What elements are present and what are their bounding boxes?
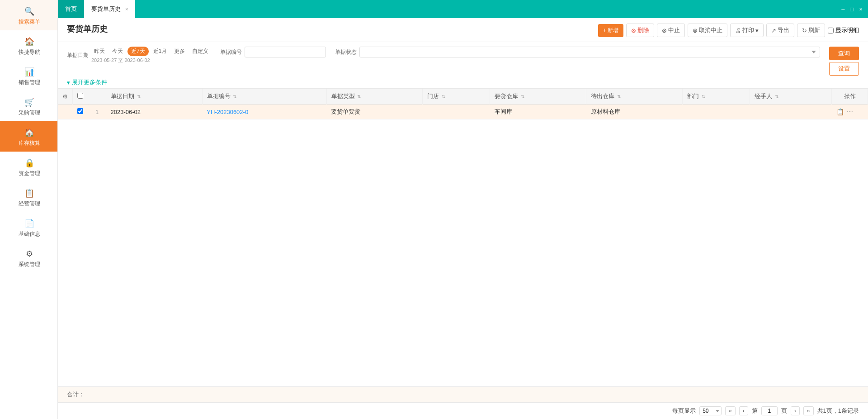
tab-home[interactable]: 首页 [58,0,84,18]
header-actions: + 新增 ⊗ 删除 ⊗ 中止 ⊗ 取消中止 🖨 打印 [598,24,859,42]
basic-info-icon: 📄 [24,219,34,229]
page-size-select[interactable]: 50 100 200 [699,406,722,415]
sort-doc-no-icon[interactable]: ⇅ [233,94,236,99]
print-dropdown-icon: ▾ [755,27,759,34]
date-btn-custom[interactable]: 自定义 [189,47,211,56]
date-btn-yesterday[interactable]: 昨天 [91,47,108,56]
date-btn-today[interactable]: 今天 [109,47,126,56]
row-pending-warehouse: 原材料仓库 [586,105,683,119]
row-checkbox[interactable] [77,108,83,114]
cancel-suspend-icon: ⊗ [693,27,698,34]
table-num-col [88,89,106,105]
sort-req-warehouse-icon[interactable]: ⇅ [521,94,524,99]
prev-page-button[interactable]: ‹ [739,406,748,415]
row-store [423,105,490,119]
cancel-suspend-button[interactable]: ⊗ 取消中止 [688,24,727,37]
minimize-button[interactable]: – [841,6,844,13]
sidebar-item-inventory[interactable]: 🏠 库存核算 [0,121,57,152]
export-button[interactable]: ↗ 导出 [766,24,794,37]
query-button[interactable]: 查询 [829,47,859,60]
sidebar-item-operations[interactable]: 📋 经营管理 [0,182,57,212]
maximize-button[interactable]: □ [850,6,854,13]
system-icon: ⚙ [26,249,33,259]
close-button[interactable]: × [859,6,863,13]
sidebar: 🔍 搜索菜单 🏠 快捷导航 📊 销售管理 🛒 采购管理 🏠 库存核算 🔒 资金管… [0,0,58,419]
page-unit: 页 [781,407,787,415]
export-icon: ↗ [771,27,776,34]
page-number-input[interactable] [761,406,778,415]
filter-status-select[interactable] [359,47,820,57]
search-menu-icon: 🔍 [24,6,34,16]
sort-store-icon[interactable]: ⇅ [442,94,445,99]
col-actions: 操作 [832,89,868,105]
col-store: 门店 ⇅ [423,89,490,105]
filter-status-label: 单据状态 [335,48,357,56]
sidebar-item-search-menu[interactable]: 🔍 搜索菜单 [0,0,57,30]
table-settings-col[interactable]: ⚙ [58,89,73,105]
first-page-button[interactable]: « [725,406,736,415]
sidebar-item-system[interactable]: ⚙ 系统管理 [0,243,57,273]
display-detail-checkbox[interactable] [828,28,834,33]
inventory-icon: 🏠 [24,128,34,138]
expand-more-button[interactable]: ▾ 展开更多条件 [67,78,859,86]
suspend-button[interactable]: ⊗ 中止 [657,24,685,37]
quick-nav-icon: 🏠 [24,37,34,47]
delete-button[interactable]: ⊗ 删除 [626,24,654,37]
data-table: ⚙ 单据日期 ⇅ 单据编号 ⇅ [58,89,868,119]
setting-button[interactable]: 设置 [829,62,859,76]
sidebar-item-purchase[interactable]: 🛒 采购管理 [0,91,57,121]
col-department: 部门 ⇅ [683,89,750,105]
next-page-button[interactable]: › [791,406,800,415]
sidebar-item-label: 经营管理 [19,200,40,208]
refresh-button[interactable]: ↻ 刷新 [797,24,825,37]
pagination-summary: 共1页，1条记录 [817,407,859,415]
sort-department-icon[interactable]: ⇅ [702,94,705,99]
last-page-button[interactable]: » [803,406,814,415]
page-title: 要货单历史 [67,24,108,34]
sort-doc-date-icon[interactable]: ⇅ [137,94,141,99]
filter-docno-label: 单据编号 [220,48,242,56]
page-header: 要货单历史 + 新增 ⊗ 删除 ⊗ 中止 ⊗ 取消中止 [58,18,868,42]
display-detail-toggle[interactable]: 显示明细 [828,26,859,34]
main-area: 首页 要货单历史 × – □ × 要货单历史 + 新增 ⊗ 删除 [58,0,868,419]
page-header-row: 要货单历史 + 新增 ⊗ 删除 ⊗ 中止 ⊗ 取消中止 [67,24,859,42]
sidebar-item-label: 快捷导航 [19,48,40,56]
filter-section: 单据日期 昨天 今天 近7天 近1月 更多 自定义 2023-05-27 至 2… [58,42,868,89]
finance-icon: 🔒 [24,158,34,168]
page-size-label: 每页显示 [672,407,696,415]
sort-handler-icon[interactable]: ⇅ [775,94,778,99]
sort-pending-warehouse-icon[interactable]: ⇅ [617,94,621,99]
filter-status-wrap [359,47,820,57]
select-all-checkbox[interactable] [77,93,83,99]
doc-no-link[interactable]: YH-20230602-0 [207,109,248,115]
row-doc-type: 要货单要货 [326,105,423,119]
new-button[interactable]: + 新增 [598,24,623,37]
filter-main-row: 单据日期 昨天 今天 近7天 近1月 更多 自定义 2023-05-27 至 2… [67,47,859,76]
refresh-icon: ↻ [802,27,807,34]
sidebar-item-label: 搜索菜单 [19,18,40,26]
filter-query-btns: 查询 设置 [829,47,859,76]
filter-docno-input[interactable] [245,47,326,57]
row-settings [58,105,73,119]
date-btn-more[interactable]: 更多 [171,47,188,56]
row-edit-icon[interactable]: 📋 [836,108,844,115]
sort-doc-type-icon[interactable]: ⇅ [357,94,361,99]
col-pending-warehouse: 待出仓库 ⇅ [586,89,683,105]
table-footer: 合计： [58,386,868,402]
purchase-icon: 🛒 [24,97,34,107]
date-range-display: 2023-05-27 至 2023-06-02 [91,57,211,64]
table-container: ⚙ 单据日期 ⇅ 单据编号 ⇅ [58,89,868,386]
sidebar-item-sales[interactable]: 📊 销售管理 [0,61,57,91]
tab-close-icon[interactable]: × [125,6,128,12]
print-button[interactable]: 🖨 打印 ▾ [730,24,764,37]
filter-docno-group: 单据编号 [220,47,326,57]
tab-requisition-history[interactable]: 要货单历史 × [84,0,135,18]
sidebar-item-basic-info[interactable]: 📄 基础信息 [0,212,57,243]
content: 要货单历史 + 新增 ⊗ 删除 ⊗ 中止 ⊗ 取消中止 [58,18,868,419]
home-tab-label: 首页 [65,5,77,13]
sidebar-item-quick-nav[interactable]: 🏠 快捷导航 [0,30,57,61]
row-more-icon[interactable]: ⋯ [847,108,853,115]
date-btn-1month[interactable]: 近1月 [151,47,170,56]
date-btn-7days[interactable]: 近7天 [127,47,149,56]
sidebar-item-finance[interactable]: 🔒 资金管理 [0,152,57,182]
